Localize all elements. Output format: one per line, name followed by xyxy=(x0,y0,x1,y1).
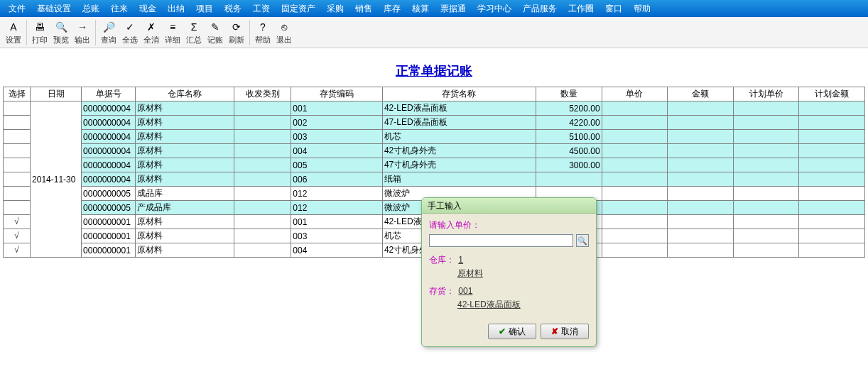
deselect-all-button-label: 全消 xyxy=(143,35,159,45)
menu-item-工作圈[interactable]: 工作圈 xyxy=(563,0,600,17)
cell xyxy=(602,172,668,187)
cell xyxy=(602,215,668,229)
menu-item-产品服务[interactable]: 产品服务 xyxy=(517,0,563,17)
toolbar-separator xyxy=(26,20,27,45)
help-button[interactable]: ?帮助 xyxy=(252,18,273,47)
print-button[interactable]: 🖶打印 xyxy=(29,18,50,47)
table-row[interactable]: 2014-11-300000000004原材料00142-LED液晶面板5200… xyxy=(4,101,865,116)
cell xyxy=(234,101,291,116)
col-header[interactable]: 存货名称 xyxy=(382,87,536,101)
cell xyxy=(536,172,602,187)
cell: 0000000004 xyxy=(82,158,136,172)
col-header[interactable]: 金额 xyxy=(668,87,734,101)
menu-item-总账[interactable]: 总账 xyxy=(77,0,105,17)
export-button[interactable]: →输出 xyxy=(72,18,93,47)
cell: 0000000001 xyxy=(82,243,136,258)
cell xyxy=(799,101,865,116)
price-input[interactable] xyxy=(429,234,573,247)
refresh-button[interactable]: ⟳刷新 xyxy=(226,18,247,47)
grid-header-row: 选择日期单据号仓库名称收发类别存货编码存货名称数量单价金额计划单价计划金额 xyxy=(4,87,865,101)
table-row[interactable]: 0000000004原材料00547寸机身外壳3000.00 xyxy=(4,158,865,172)
cell: 42寸机身外壳 xyxy=(382,144,536,158)
cell xyxy=(234,172,291,187)
cell xyxy=(799,229,865,243)
export-button-label: 输出 xyxy=(75,35,90,45)
menu-item-现金[interactable]: 现金 xyxy=(134,0,162,17)
col-header[interactable]: 计划单价 xyxy=(733,87,799,101)
col-header[interactable]: 日期 xyxy=(31,87,82,101)
col-header[interactable]: 计划金额 xyxy=(799,87,865,101)
menu-item-基础设置[interactable]: 基础设置 xyxy=(31,0,77,17)
menu-item-帮助[interactable]: 帮助 xyxy=(628,0,656,17)
refresh-button-label: 刷新 xyxy=(229,35,244,45)
settings-button-icon: A xyxy=(6,20,21,34)
cell xyxy=(668,144,734,158)
cell xyxy=(668,215,734,229)
cell xyxy=(799,187,865,201)
select-all-button-label: 全选 xyxy=(122,35,138,45)
menu-item-固定资产[interactable]: 固定资产 xyxy=(276,0,321,17)
cell xyxy=(668,101,734,116)
exit-button[interactable]: ⎋退出 xyxy=(273,18,295,47)
menu-item-采购[interactable]: 采购 xyxy=(321,0,349,17)
cell: 0000000005 xyxy=(82,187,136,201)
col-header[interactable]: 单据号 xyxy=(82,87,136,101)
cell xyxy=(602,229,668,243)
cell xyxy=(4,201,31,215)
menu-item-核算[interactable]: 核算 xyxy=(406,0,435,17)
menu-item-税务[interactable]: 税务 xyxy=(219,0,247,17)
cell xyxy=(4,101,31,116)
col-header[interactable]: 选择 xyxy=(4,87,31,101)
cell xyxy=(668,172,734,187)
col-header[interactable]: 仓库名称 xyxy=(136,87,234,101)
summary-button[interactable]: Σ汇总 xyxy=(183,18,205,47)
cell: 原材料 xyxy=(136,116,234,130)
detail-button[interactable]: ≡详细 xyxy=(162,18,183,47)
menu-item-销售[interactable]: 销售 xyxy=(349,0,378,17)
col-header[interactable]: 数量 xyxy=(536,87,602,101)
cell: 003 xyxy=(291,229,383,243)
table-row[interactable]: 0000000004原材料00442寸机身外壳4500.00 xyxy=(4,144,865,158)
cell: 002 xyxy=(291,116,383,130)
cell: √ xyxy=(4,215,31,229)
cell xyxy=(799,158,865,172)
preview-button[interactable]: 🔍预览 xyxy=(50,18,72,47)
menu-item-项目[interactable]: 项目 xyxy=(190,0,219,17)
settings-button[interactable]: A设置 xyxy=(3,18,24,47)
cell xyxy=(668,243,734,258)
select-all-button[interactable]: ✓全选 xyxy=(119,18,141,47)
table-row[interactable]: 0000000004原材料00247-LED液晶面板4220.00 xyxy=(4,116,865,130)
menu-item-工资[interactable]: 工资 xyxy=(247,0,276,17)
col-header[interactable]: 存货编码 xyxy=(291,87,383,101)
cell xyxy=(733,116,799,130)
search-button[interactable]: 🔎查询 xyxy=(98,18,119,47)
menu-item-库存[interactable]: 库存 xyxy=(378,0,406,17)
menu-item-出纳[interactable]: 出纳 xyxy=(162,0,190,17)
menu-item-窗口[interactable]: 窗口 xyxy=(600,0,628,17)
warehouse-info: 仓库： 1 xyxy=(429,254,589,258)
menu-item-学习中心[interactable]: 学习中心 xyxy=(472,0,517,17)
menu-item-票据通[interactable]: 票据通 xyxy=(435,0,472,17)
toolbar-separator xyxy=(249,20,250,45)
settings-button-label: 设置 xyxy=(6,35,21,45)
cell: 001 xyxy=(291,215,383,229)
menu-item-文件[interactable]: 文件 xyxy=(3,0,31,17)
cell xyxy=(733,229,799,243)
dialog-body: 请输入单价： 🔍 仓库： 1 原材料 存货： 001 42-LED液晶面板 xyxy=(422,214,596,258)
cell xyxy=(602,158,668,172)
post-button[interactable]: ✎记账 xyxy=(205,18,226,47)
menu-item-往来[interactable]: 往来 xyxy=(105,0,134,17)
cell xyxy=(733,172,799,187)
cell: 0000000005 xyxy=(82,201,136,215)
table-row[interactable]: 0000000004原材料006纸箱 xyxy=(4,172,865,187)
lookup-icon[interactable]: 🔍 xyxy=(576,234,589,247)
cell xyxy=(733,201,799,215)
deselect-all-button[interactable]: ✗全消 xyxy=(141,18,162,47)
col-header[interactable]: 收发类别 xyxy=(234,87,291,101)
cell: 005 xyxy=(291,158,383,172)
cell: 0000000004 xyxy=(82,172,136,187)
col-header[interactable]: 单价 xyxy=(602,87,668,101)
detail-button-label: 详细 xyxy=(165,35,180,45)
page-title[interactable]: 正常单据记账 xyxy=(396,64,472,78)
table-row[interactable]: 0000000004原材料003机芯5100.00 xyxy=(4,130,865,144)
